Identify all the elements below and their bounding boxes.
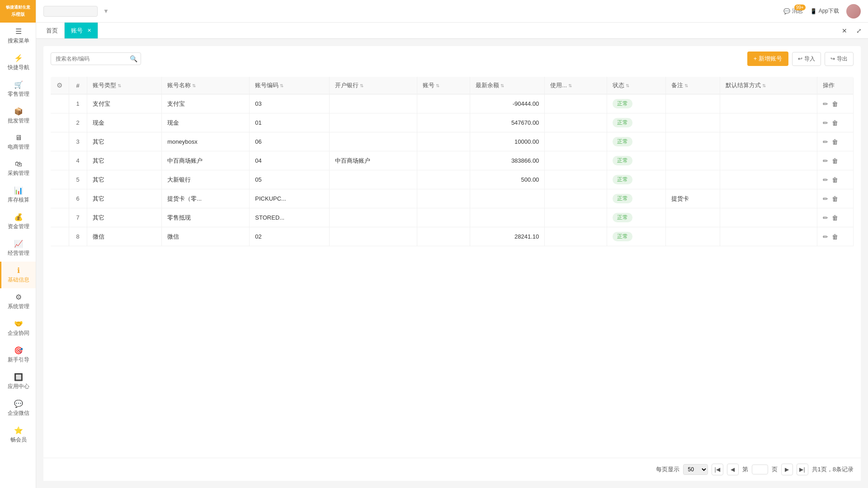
cell-type: 其它 [87, 151, 162, 170]
toolbar-left: 🔍 [51, 52, 141, 65]
tab-account[interactable]: 账号 ✕ [65, 23, 98, 38]
sidebar-item-label: 电商管理 [8, 143, 29, 151]
table-row: 4 其它 中百商场账户 04 中百商场账户 383866.00 正常 ✏ 🗑 [51, 151, 854, 170]
cell-remark [665, 170, 720, 189]
sidebar-item-retail[interactable]: 🛒 零售管理 [0, 76, 36, 103]
sidebar-item-quick-nav[interactable]: ⚡ 快捷导航 [0, 49, 36, 76]
cell-bank [329, 170, 417, 189]
delete-btn[interactable]: 🗑 [832, 195, 838, 202]
sidebar-item-purchase[interactable]: 🛍 采购管理 [0, 155, 36, 182]
page-input[interactable]: 1 [752, 465, 768, 474]
purchase-icon: 🛍 [15, 160, 22, 168]
delete-btn[interactable]: 🗑 [832, 176, 838, 183]
delete-btn[interactable]: 🗑 [832, 119, 838, 127]
col-default-settlement[interactable]: 默认结算方式⇅ [720, 77, 817, 94]
cell-account [417, 113, 470, 132]
cell-remark [665, 151, 720, 170]
tab-home[interactable]: 首页 [40, 23, 65, 38]
import-button[interactable]: ↩ 导入 [792, 52, 821, 66]
delete-btn[interactable]: 🗑 [832, 100, 838, 108]
col-bank[interactable]: 开户银行⇅ [329, 77, 417, 94]
cell-no: 4 [69, 151, 87, 170]
sidebar-item-ecommerce[interactable]: 🖥 电商管理 [0, 129, 36, 155]
header-search-input[interactable] [43, 6, 98, 17]
sidebar-item-search-menu[interactable]: ☰ 搜索菜单 [0, 23, 36, 49]
page-next-btn[interactable]: ▶ [781, 464, 793, 475]
user-avatar[interactable] [846, 4, 861, 19]
sidebar-item-inventory[interactable]: 📊 库存核算 [0, 182, 36, 208]
delete-btn[interactable]: 🗑 [832, 138, 838, 145]
cell-account [417, 170, 470, 189]
sort-name-icon: ⇅ [192, 83, 196, 88]
search-icon[interactable]: 🔍 [130, 55, 137, 62]
col-usage[interactable]: 使用...⇅ [545, 77, 607, 94]
sidebar-item-app-center[interactable]: 🔲 应用中心 [0, 368, 36, 395]
col-remark[interactable]: 备注⇅ [665, 77, 720, 94]
cell-account [417, 132, 470, 151]
cell-type: 其它 [87, 208, 162, 227]
col-code[interactable]: 账号编码⇅ [250, 77, 329, 94]
cell-status: 正常 [607, 94, 665, 113]
cell-name: 中百商场账户 [162, 151, 250, 170]
sidebar-item-operation[interactable]: 📈 经营管理 [0, 235, 36, 262]
export-icon: ↪ [830, 56, 835, 62]
vip-icon: ⭐ [14, 426, 23, 435]
cell-type: 微信 [87, 227, 162, 246]
page-first-btn[interactable]: |◀ [712, 464, 723, 475]
edit-btn[interactable]: ✏ [823, 214, 828, 221]
tab-close-all[interactable]: ✕ [839, 25, 850, 36]
sort-usage-icon: ⇅ [568, 83, 572, 88]
sidebar-item-vip[interactable]: ⭐ 畅会员 [0, 422, 36, 448]
tab-account-close[interactable]: ✕ [87, 28, 91, 33]
delete-btn[interactable]: 🗑 [832, 233, 838, 240]
edit-btn[interactable]: ✏ [823, 138, 828, 145]
col-type[interactable]: 账号类型⇅ [87, 77, 162, 94]
col-status[interactable]: 状态⇅ [607, 77, 665, 94]
tab-fullscreen[interactable]: ⤢ [854, 25, 864, 36]
sidebar-item-label: 企业微信 [8, 409, 29, 417]
delete-btn[interactable]: 🗑 [832, 157, 838, 164]
col-settings[interactable]: ⚙ [51, 77, 69, 94]
col-action: 操作 [817, 77, 854, 94]
basic-info-icon: ℹ [17, 266, 20, 275]
edit-btn[interactable]: ✏ [823, 100, 828, 108]
export-button[interactable]: ↪ 导出 [825, 52, 854, 66]
sidebar-item-system[interactable]: ⚙ 系统管理 [0, 288, 36, 315]
account-search-input[interactable] [51, 52, 141, 65]
cell-no: 2 [69, 113, 87, 132]
col-account[interactable]: 账号⇅ [417, 77, 470, 94]
sidebar-item-capital[interactable]: 💰 资金管理 [0, 208, 36, 235]
delete-btn[interactable]: 🗑 [832, 214, 838, 221]
sidebar-item-guide[interactable]: 🎯 新手引导 [0, 342, 36, 368]
cell-code: 04 [250, 151, 329, 170]
header-left: ▼ [43, 6, 109, 17]
cell-bank [329, 227, 417, 246]
sort-remark-icon: ⇅ [684, 83, 688, 88]
edit-btn[interactable]: ✏ [823, 157, 828, 164]
retail-icon: 🛒 [14, 80, 23, 89]
col-balance[interactable]: 最新余额⇅ [470, 77, 545, 94]
cell-code: 02 [250, 227, 329, 246]
cell-status: 正常 [607, 113, 665, 132]
sidebar-item-enterprise-wechat[interactable]: 💬 企业微信 [0, 395, 36, 422]
sidebar-item-wholesale[interactable]: 📦 批发管理 [0, 103, 36, 129]
app-download-button[interactable]: 📱 App下载 [810, 7, 839, 15]
sidebar-item-basic-info[interactable]: ℹ 基础信息 [0, 262, 36, 288]
message-button[interactable]: 💬 消息 99+ [783, 7, 803, 15]
col-name[interactable]: 账号名称⇅ [162, 77, 250, 94]
cell-bank [329, 189, 417, 208]
edit-btn[interactable]: ✏ [823, 119, 828, 127]
toolbar-right: + 新增账号 ↩ 导入 ↪ 导出 [747, 52, 854, 66]
main-area: ▼ 💬 消息 99+ 📱 App下载 首页 账号 ✕ ✕ ⤢ [36, 0, 868, 488]
page-last-btn[interactable]: ▶| [797, 464, 808, 475]
dropdown-arrow[interactable]: ▼ [103, 8, 109, 14]
edit-btn[interactable]: ✏ [823, 195, 828, 202]
page-prev-btn[interactable]: ◀ [727, 464, 739, 475]
account-table-wrap: ⚙ # 账号类型⇅ 账号名称⇅ 账号编码⇅ [51, 77, 854, 458]
edit-btn[interactable]: ✏ [823, 176, 828, 183]
page-size-select[interactable]: 50 100 200 [683, 464, 708, 475]
sidebar-item-enterprise[interactable]: 🤝 企业协同 [0, 315, 36, 342]
add-account-button[interactable]: + 新增账号 [747, 52, 788, 66]
edit-btn[interactable]: ✏ [823, 233, 828, 240]
cell-default-settlement [720, 227, 817, 246]
